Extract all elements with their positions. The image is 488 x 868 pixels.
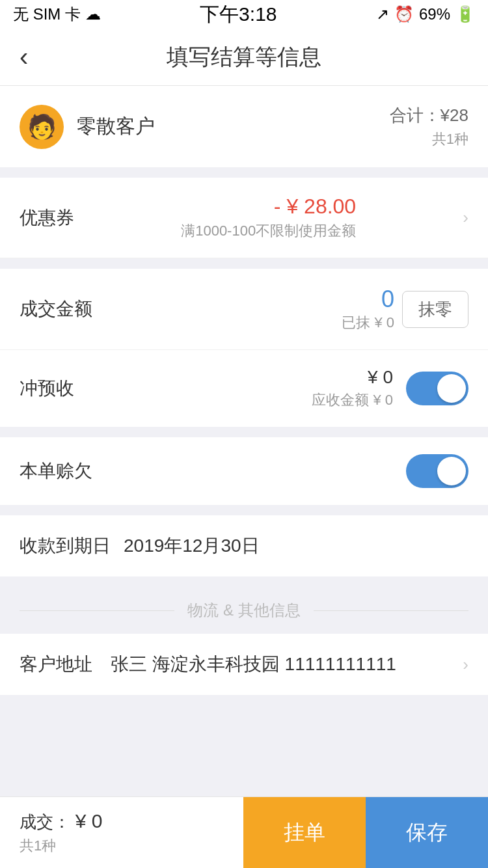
bottom-amount-row: 成交： ¥ 0	[20, 810, 224, 834]
save-button[interactable]: 保存	[366, 797, 488, 869]
battery-icon: 🔋	[455, 5, 475, 23]
logistics-divider: 物流 & 其他信息	[0, 587, 488, 634]
transaction-section: 成交金额 0 已抹 ¥ 0 抹零 冲预收 ¥ 0 应收金额 ¥ 0	[0, 269, 488, 427]
debt-toggle-circle	[437, 457, 466, 485]
status-left: 无 SIM 卡 ☁	[13, 4, 101, 25]
coupon-right: - ¥ 28.00 满1000-100不限制使用金额	[181, 195, 356, 241]
customer-row: 🧑 零散客户 合计：¥28 共1种	[0, 86, 488, 167]
customer-name: 零散客户	[77, 113, 155, 140]
address-section: 客户地址 张三 海淀永丰科技园 11111111111 ›	[0, 634, 488, 695]
chong-sub: 应收金额 ¥ 0	[312, 390, 393, 410]
coupon-desc: 满1000-100不限制使用金额	[181, 221, 356, 241]
divider-line-left	[20, 610, 174, 611]
customer-count: 共1种	[390, 129, 468, 149]
transaction-sub: 已抹 ¥ 0	[342, 313, 394, 332]
mozero-button[interactable]: 抹零	[402, 291, 468, 328]
status-time: 下午3:18	[200, 1, 277, 28]
chong-right: ¥ 0 应收金额 ¥ 0	[312, 367, 468, 410]
transaction-right: 0 已抹 ¥ 0 抹零	[342, 286, 468, 332]
duedate-row: 收款到期日 2019年12月30日	[0, 515, 488, 576]
sim-status: 无 SIM 卡 ☁	[13, 4, 101, 25]
duedate-section: 收款到期日 2019年12月30日	[0, 515, 488, 576]
alarm-icon: ⏰	[394, 5, 414, 23]
chong-toggle[interactable]	[406, 372, 468, 405]
page-title: 填写结算等信息	[167, 42, 321, 72]
customer-right: 合计：¥28 共1种	[390, 104, 468, 149]
coupon-section: 优惠券 - ¥ 28.00 满1000-100不限制使用金额 ›	[0, 178, 488, 258]
customer-left: 🧑 零散客户	[20, 105, 155, 149]
coupon-label: 优惠券	[20, 206, 74, 230]
debt-toggle[interactable]	[406, 454, 468, 488]
chevron-icon: ›	[463, 208, 468, 228]
status-bar: 无 SIM 卡 ☁ 下午3:18 ↗ ⏰ 69% 🔋	[0, 0, 488, 29]
address-value: 张三 海淀永丰科技园 11111111111	[111, 652, 463, 677]
bottom-amount-label: 成交：	[20, 812, 70, 832]
toggle-circle	[437, 374, 466, 403]
coupon-amount: - ¥ 28.00	[181, 195, 356, 219]
address-label: 客户地址	[20, 652, 98, 677]
debt-label: 本单赊欠	[20, 459, 92, 483]
divider-line-right	[314, 610, 468, 611]
chong-amount-col: ¥ 0 应收金额 ¥ 0	[312, 367, 393, 410]
debt-section: 本单赊欠	[0, 437, 488, 505]
avatar-icon: 🧑	[27, 113, 57, 141]
location-icon: ↗	[376, 5, 389, 23]
transaction-row: 成交金额 0 已抹 ¥ 0 抹零	[0, 269, 488, 350]
chong-row: 冲预收 ¥ 0 应收金额 ¥ 0	[0, 350, 488, 427]
transaction-value-col: 0 已抹 ¥ 0	[342, 286, 394, 332]
duedate-value: 2019年12月30日	[124, 534, 260, 558]
customer-total: 合计：¥28	[390, 104, 468, 127]
address-row[interactable]: 客户地址 张三 海淀永丰科技园 11111111111 ›	[0, 634, 488, 695]
transaction-label: 成交金额	[20, 297, 92, 321]
address-chevron-icon: ›	[463, 655, 468, 675]
chong-label: 冲预收	[20, 376, 74, 401]
back-button[interactable]: ‹	[20, 42, 28, 72]
avatar: 🧑	[20, 105, 64, 149]
bottom-count: 共1种	[20, 836, 224, 856]
bottom-bar: 成交： ¥ 0 共1种 挂单 保存	[0, 796, 488, 868]
content: 🧑 零散客户 合计：¥28 共1种 优惠券 - ¥ 28.00 满1000-10…	[0, 86, 488, 783]
chong-amount: ¥ 0	[312, 367, 393, 388]
coupon-row[interactable]: 优惠券 - ¥ 28.00 满1000-100不限制使用金额 ›	[0, 178, 488, 258]
logistics-label: 物流 & 其他信息	[187, 600, 300, 621]
debt-row: 本单赊欠	[0, 437, 488, 505]
battery-level: 69%	[419, 5, 450, 23]
pending-button[interactable]: 挂单	[243, 797, 366, 869]
duedate-label: 收款到期日	[20, 534, 124, 558]
bottom-amount: ¥ 0	[75, 810, 103, 832]
transaction-value: 0	[342, 286, 394, 313]
status-right: ↗ ⏰ 69% 🔋	[376, 5, 475, 23]
bottom-info: 成交： ¥ 0 共1种	[0, 810, 243, 856]
nav-bar: ‹ 填写结算等信息	[0, 29, 488, 86]
